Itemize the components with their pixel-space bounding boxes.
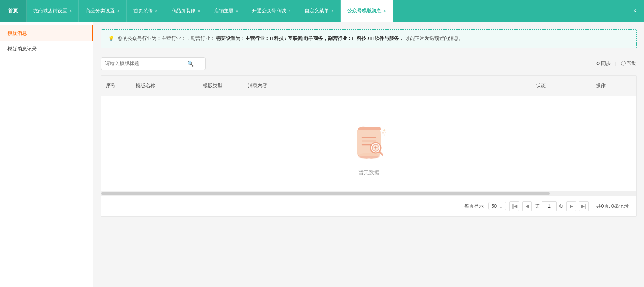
close-icon-shop-theme[interactable]: × [236, 9, 238, 13]
per-page-value: 50 [492, 203, 497, 209]
per-page-label: 每页显示 [464, 203, 484, 210]
nav-item-shop-theme[interactable]: 店铺主题 × [207, 0, 245, 22]
next-page-button[interactable]: ▶ [566, 201, 576, 211]
nav-label-product-decor: 商品页装修 [171, 7, 195, 14]
sidebar-label-template-msg: 模版消息 [7, 30, 27, 36]
page-number-input[interactable] [542, 201, 557, 211]
help-icon: ⓘ [621, 60, 626, 67]
nav-item-home[interactable]: 首页 [0, 0, 27, 22]
info-prefix: 您的公众号行业为：主营行业：，副营行业： [118, 36, 215, 41]
sidebar: 模版消息 模版消息记录 [0, 22, 93, 287]
toolbar-divider: | [615, 61, 616, 66]
close-icon-product-decor[interactable]: × [198, 9, 200, 13]
close-icon-product-category[interactable]: × [117, 9, 119, 13]
close-all-icon[interactable]: × [633, 7, 637, 14]
close-icon-template-msg[interactable]: × [383, 9, 386, 13]
sync-icon: ↻ [596, 61, 600, 66]
sidebar-label-template-msg-log: 模版消息记录 [7, 46, 37, 52]
empty-illustration [346, 119, 391, 164]
page-suffix: 页 [558, 203, 563, 210]
svg-point-9 [382, 132, 384, 134]
nav-item-home-decor[interactable]: 首页装修 × [127, 0, 164, 22]
pagination: 每页显示 50 ⌄ ‖◀ ◀ 第 页 ▶ ▶‖ 共0页, 0条记录 [101, 196, 636, 216]
th-name: 模版名称 [131, 79, 198, 92]
sidebar-item-template-msg-log[interactable]: 模版消息记录 [0, 41, 93, 57]
page-label: 第 [535, 203, 540, 210]
empty-state: 暂无数据 [101, 96, 636, 191]
nav-label-micro-shop: 微商城店铺设置 [33, 7, 67, 14]
nav-item-micro-shop[interactable]: 微商城店铺设置 × [27, 0, 79, 22]
info-highlight: 需要设置为：主营行业：IT科技 / 互联网|电子商务，副营行业：IT科技 / I… [216, 36, 404, 41]
help-button[interactable]: ⓘ 帮助 [621, 60, 637, 67]
th-index: 序号 [101, 79, 131, 92]
search-box[interactable]: 🔍 [101, 57, 206, 70]
bulb-icon: 💡 [108, 36, 114, 41]
chevron-down-icon: ⌄ [499, 203, 503, 209]
close-icon-micro-shop[interactable]: × [70, 9, 72, 13]
search-area: 🔍 ↻ 同步 | ⓘ 帮助 [101, 57, 637, 70]
layout: 模版消息 模版消息记录 💡 您的公众号行业为：主营行业：，副营行业： 需要设置为… [0, 22, 644, 287]
nav-label-template-msg: 公众号模版消息 [347, 7, 381, 14]
empty-text: 暂无数据 [358, 170, 379, 176]
close-icon-open-mall[interactable]: × [288, 9, 290, 13]
page-input-wrap: 第 页 [535, 201, 563, 211]
table-header: 序号 模版名称 模版类型 消息内容 状态 操作 [101, 76, 636, 96]
main-content: 💡 您的公众号行业为：主营行业：，副营行业： 需要设置为：主营行业：IT科技 /… [93, 22, 644, 287]
nav-label-home-decor: 首页装修 [133, 7, 153, 14]
nav-label-shop-theme: 店铺主题 [214, 7, 234, 14]
data-table: 序号 模版名称 模版类型 消息内容 状态 操作 [101, 75, 637, 217]
toolbar-right: ↻ 同步 | ⓘ 帮助 [596, 60, 637, 67]
top-nav: 首页 微商城店铺设置 × 商品分类设置 × 首页装修 × 商品页装修 × 店铺主… [0, 0, 644, 22]
th-actions: 操作 [591, 79, 636, 92]
total-info: 共0页, 0条记录 [596, 203, 629, 210]
info-suffix: 才能正常发送预置的消息。 [405, 36, 463, 41]
svg-point-11 [385, 132, 386, 133]
search-input[interactable] [105, 61, 187, 66]
nav-label-open-mall: 开通公众号商城 [252, 7, 286, 14]
scrollbar-thumb[interactable] [101, 192, 550, 195]
prev-page-button[interactable]: ◀ [522, 201, 532, 211]
search-icon[interactable]: 🔍 [187, 61, 194, 67]
close-icon-home-decor[interactable]: × [155, 9, 157, 13]
nav-item-open-mall[interactable]: 开通公众号商城 × [245, 0, 298, 22]
first-page-button[interactable]: ‖◀ [509, 201, 519, 211]
sync-label: 同步 [601, 60, 611, 67]
sync-button[interactable]: ↻ 同步 [596, 60, 611, 67]
nav-label-product-category: 商品分类设置 [86, 7, 115, 14]
last-page-button[interactable]: ▶‖ [579, 201, 589, 211]
th-content: 消息内容 [243, 79, 531, 92]
nav-item-template-msg[interactable]: 公众号模版消息 × [341, 0, 393, 22]
nav-label-home: 首页 [8, 7, 18, 14]
sidebar-item-template-msg[interactable]: 模版消息 [0, 25, 93, 41]
svg-point-10 [384, 134, 385, 135]
nav-item-product-category[interactable]: 商品分类设置 × [79, 0, 126, 22]
nav-label-custom-menu: 自定义菜单 [305, 7, 329, 14]
nav-item-custom-menu[interactable]: 自定义菜单 × [298, 0, 341, 22]
nav-item-product-decor[interactable]: 商品页装修 × [164, 0, 207, 22]
th-type: 模版类型 [198, 79, 243, 92]
th-status: 状态 [531, 79, 591, 92]
horizontal-scrollbar[interactable] [101, 191, 636, 196]
info-banner: 💡 您的公众号行业为：主营行业：，副营行业： 需要设置为：主营行业：IT科技 /… [101, 29, 637, 48]
per-page-select[interactable]: 50 ⌄ [488, 202, 506, 210]
close-icon-custom-menu[interactable]: × [331, 9, 333, 13]
help-label: 帮助 [627, 60, 637, 67]
